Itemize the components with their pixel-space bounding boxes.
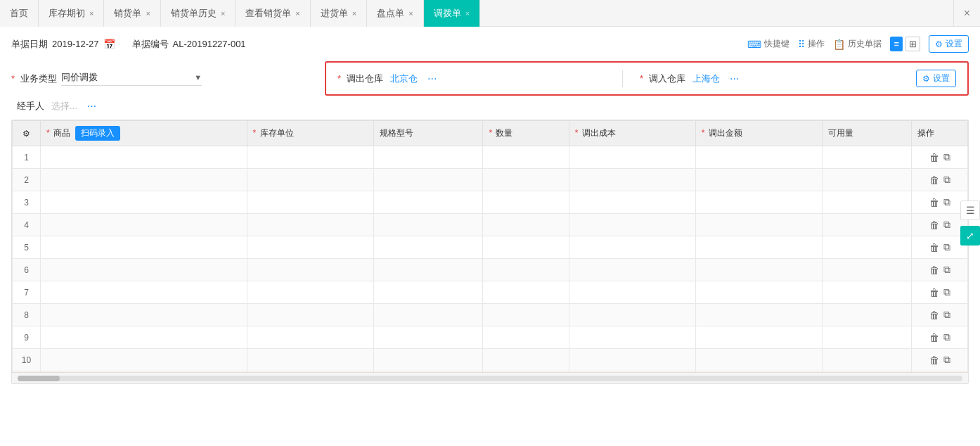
row-spec-1[interactable] [373, 146, 483, 169]
warehouse-out-value[interactable]: 北京仓 [390, 72, 418, 85]
copy-icon-8[interactable]: ⧉ [943, 309, 950, 321]
row-available-4[interactable] [822, 214, 911, 236]
horizontal-scrollbar[interactable] [12, 372, 968, 383]
operations-action[interactable]: ⠿ 操作 [798, 38, 825, 50]
row-unit-6[interactable] [247, 259, 373, 281]
row-amount-1[interactable] [695, 146, 822, 169]
row-available-2[interactable] [822, 169, 911, 191]
tab-inventory-check-close[interactable]: × [408, 9, 413, 18]
scrollbar-thumb[interactable] [18, 376, 60, 381]
row-cost-6[interactable] [569, 259, 695, 281]
delete-icon-7[interactable]: 🗑 [929, 287, 939, 298]
row-product-10[interactable] [41, 349, 247, 371]
row-qty-5[interactable] [483, 236, 569, 259]
copy-icon-4[interactable]: ⧉ [943, 219, 950, 231]
row-unit-4[interactable] [247, 214, 373, 236]
copy-icon-3[interactable]: ⧉ [943, 196, 950, 208]
delete-icon-9[interactable]: 🗑 [929, 332, 939, 343]
tab-home[interactable]: 首页 [0, 0, 39, 27]
copy-icon-9[interactable]: ⧉ [943, 331, 950, 343]
row-qty-4[interactable] [483, 214, 569, 236]
business-type-select[interactable]: 同价调拨 ▼ [61, 71, 202, 86]
gear-settings-icon[interactable]: ⚙ [22, 129, 30, 139]
row-product-7[interactable] [41, 281, 247, 304]
tab-sales-history[interactable]: 销货单历史 × [161, 0, 236, 27]
row-product-4[interactable] [41, 214, 247, 236]
tab-inventory-init[interactable]: 库存期初 × [39, 0, 104, 27]
row-amount-4[interactable] [695, 214, 822, 236]
tab-inventory-check[interactable]: 盘点单 × [367, 0, 423, 27]
delete-icon-6[interactable]: 🗑 [929, 265, 939, 276]
row-unit-10[interactable] [247, 349, 373, 371]
warehouse-in-more[interactable]: ··· [730, 72, 739, 85]
tab-sales-order-close[interactable]: × [146, 9, 150, 18]
table-scroll-area[interactable]: ⚙ 商品 扫码录入 库存单位 规格型号 [12, 120, 968, 372]
row-cost-1[interactable] [569, 146, 695, 169]
delete-icon-3[interactable]: 🗑 [929, 197, 939, 208]
row-unit-2[interactable] [247, 169, 373, 191]
row-cost-9[interactable] [569, 326, 695, 349]
delete-icon-5[interactable]: 🗑 [929, 242, 939, 253]
row-qty-2[interactable] [483, 169, 569, 191]
th-gear[interactable]: ⚙ [13, 121, 41, 146]
row-unit-5[interactable] [247, 236, 373, 259]
row-cost-8[interactable] [569, 304, 695, 326]
warehouse-settings-button[interactable]: ⚙ 设置 [916, 70, 956, 87]
tab-view-sales-close[interactable]: × [295, 9, 299, 18]
row-amount-5[interactable] [695, 236, 822, 259]
warehouse-in-value[interactable]: 上海仓 [692, 72, 720, 85]
tab-sales-history-close[interactable]: × [221, 9, 225, 18]
row-unit-7[interactable] [247, 281, 373, 304]
row-spec-8[interactable] [373, 304, 483, 326]
row-cost-3[interactable] [569, 191, 695, 214]
row-amount-8[interactable] [695, 304, 822, 326]
settings-button[interactable]: ⚙ 设置 [929, 35, 969, 53]
row-available-6[interactable] [822, 259, 911, 281]
row-spec-7[interactable] [373, 281, 483, 304]
copy-icon-5[interactable]: ⧉ [943, 241, 950, 253]
delete-icon-8[interactable]: 🗑 [929, 310, 939, 321]
row-cost-7[interactable] [569, 281, 695, 304]
copy-icon-10[interactable]: ⧉ [943, 354, 950, 366]
row-qty-8[interactable] [483, 304, 569, 326]
tab-sales-order[interactable]: 销货单 × [104, 0, 160, 27]
date-value[interactable]: 2019-12-27 [52, 39, 99, 49]
scan-barcode-button[interactable]: 扫码录入 [75, 126, 120, 141]
row-product-6[interactable] [41, 259, 247, 281]
calendar-icon[interactable]: 📅 [103, 39, 115, 50]
tab-transfer-order[interactable]: 调拨单 × [424, 0, 480, 27]
row-spec-3[interactable] [373, 191, 483, 214]
warehouse-out-more[interactable]: ··· [427, 72, 437, 85]
sidebar-list-icon-btn[interactable]: ☰ [960, 200, 980, 220]
delete-icon-10[interactable]: 🗑 [929, 355, 939, 366]
row-cost-10[interactable] [569, 349, 695, 371]
tab-transfer-order-close[interactable]: × [465, 9, 470, 18]
row-spec-2[interactable] [373, 169, 483, 191]
row-product-5[interactable] [41, 236, 247, 259]
copy-icon-2[interactable]: ⧉ [943, 174, 950, 186]
shortcuts-action[interactable]: ⌨ 快捷键 [747, 38, 789, 50]
row-cost-4[interactable] [569, 214, 695, 236]
copy-icon-7[interactable]: ⧉ [943, 286, 950, 298]
copy-icon-1[interactable]: ⧉ [943, 151, 950, 163]
row-available-5[interactable] [822, 236, 911, 259]
row-amount-10[interactable] [695, 349, 822, 371]
tab-view-sales[interactable]: 查看销货单 × [236, 0, 310, 27]
sidebar-expand-icon-btn[interactable]: ⤢ [960, 226, 980, 246]
delete-icon-2[interactable]: 🗑 [929, 174, 939, 186]
row-spec-4[interactable] [373, 214, 483, 236]
window-close-button[interactable]: × [953, 0, 980, 27]
row-cost-5[interactable] [569, 236, 695, 259]
row-unit-9[interactable] [247, 326, 373, 349]
row-available-10[interactable] [822, 349, 911, 371]
copy-icon-6[interactable]: ⧉ [943, 264, 950, 276]
row-cost-2[interactable] [569, 169, 695, 191]
row-available-3[interactable] [822, 191, 911, 214]
row-unit-1[interactable] [247, 146, 373, 169]
row-product-9[interactable] [41, 326, 247, 349]
row-spec-9[interactable] [373, 326, 483, 349]
delete-icon-4[interactable]: 🗑 [929, 219, 939, 231]
row-unit-3[interactable] [247, 191, 373, 214]
row-qty-6[interactable] [483, 259, 569, 281]
row-available-1[interactable] [822, 146, 911, 169]
